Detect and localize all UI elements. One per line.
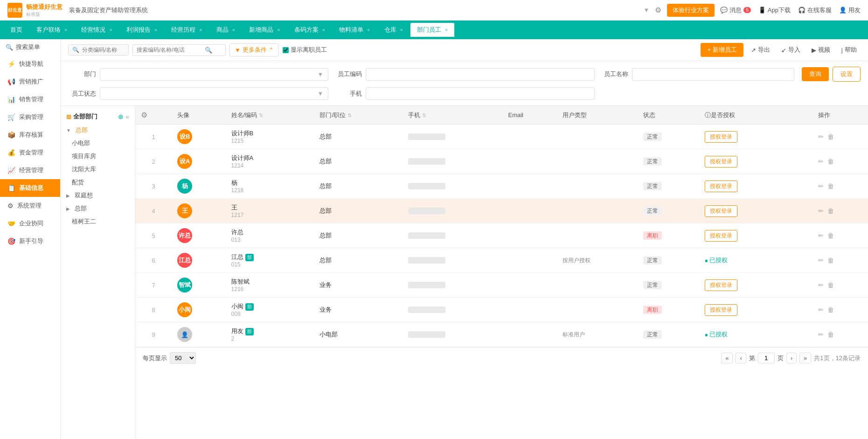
close-icon[interactable]: × xyxy=(64,27,67,33)
tab-warehouse[interactable]: 仓库 × xyxy=(378,23,410,37)
dept-collapse-icon[interactable]: « xyxy=(125,113,129,120)
tab-bom[interactable]: 物料清单 × xyxy=(333,23,376,37)
sidebar-item-purchase[interactable]: 🛒采购管理 xyxy=(0,108,60,126)
close-icon[interactable]: × xyxy=(322,27,325,33)
delete-icon[interactable]: 🗑 xyxy=(827,306,834,314)
service-action[interactable]: 🎧 在线客服 xyxy=(798,6,832,14)
import-button[interactable]: ↙ 导入 xyxy=(778,44,804,56)
page-size-select[interactable]: 50 100 200 xyxy=(170,352,196,364)
sidebar-item-sales[interactable]: 📊销售管理 xyxy=(0,91,60,108)
col-name[interactable]: 姓名/编码 ⇅ xyxy=(226,106,314,125)
sidebar-item-finance[interactable]: 💰资金管理 xyxy=(0,144,60,161)
sidebar-item-search[interactable]: 🔍 搜索菜单 xyxy=(0,39,60,55)
next-page-btn[interactable]: › xyxy=(786,353,797,363)
delete-icon[interactable]: 🗑 xyxy=(827,331,834,338)
delete-icon[interactable]: 🗑 xyxy=(827,158,834,165)
auth-button[interactable]: 授权登录 xyxy=(705,230,737,242)
sidebar-item-management[interactable]: 📈经营管理 xyxy=(0,161,60,179)
tab-journey[interactable]: 经营历程 × xyxy=(165,23,208,37)
col-dept[interactable]: 部门/职位 ⇅ xyxy=(314,106,403,125)
dept-item-zhishu[interactable]: 植树王二 xyxy=(64,215,135,228)
emp-status-select[interactable]: ▼ xyxy=(100,87,328,100)
delete-icon[interactable]: 🗑 xyxy=(827,207,834,215)
page-number-input[interactable] xyxy=(758,353,775,363)
dept-filter-select[interactable]: ▼ xyxy=(100,68,328,81)
col-phone[interactable]: 手机 ⇅ xyxy=(403,106,502,125)
close-icon[interactable]: × xyxy=(367,27,370,33)
more-filter-btn[interactable]: ▼ 更多条件 ⌃ xyxy=(229,43,279,56)
dept-item-shuangting[interactable]: ▶双庭想 xyxy=(61,189,135,202)
tab-add-goods[interactable]: 新增商品 × xyxy=(243,23,286,37)
employee-search-input[interactable] xyxy=(137,47,202,53)
phone-input[interactable] xyxy=(366,87,594,100)
edit-icon[interactable]: ✏ xyxy=(818,182,824,190)
search-icon[interactable]: 🔍 xyxy=(205,47,212,54)
auth-button[interactable]: 授权登录 xyxy=(705,304,737,316)
dept-add-icon[interactable]: ⊕ xyxy=(118,113,124,120)
edit-icon[interactable]: ✏ xyxy=(818,207,824,215)
tab-customer[interactable]: 客户联络 × xyxy=(30,23,74,37)
tab-employee[interactable]: 部门员工 × xyxy=(410,23,454,37)
sidebar-item-system[interactable]: ⚙系统管理 xyxy=(0,197,60,215)
tab-barcode[interactable]: 条码方案 × xyxy=(288,23,332,37)
edit-icon[interactable]: ✏ xyxy=(818,133,824,140)
dept-item-shenyang[interactable]: 沈阳大库 xyxy=(64,163,135,176)
tab-home[interactable]: 首页 xyxy=(4,23,29,37)
close-icon[interactable]: × xyxy=(199,27,202,33)
auth-button[interactable]: 授权登录 xyxy=(705,131,737,143)
delete-icon[interactable]: 🗑 xyxy=(827,257,834,264)
last-page-btn[interactable]: » xyxy=(799,353,811,363)
delete-icon[interactable]: 🗑 xyxy=(827,133,834,140)
edit-icon[interactable]: ✏ xyxy=(818,331,824,338)
edit-icon[interactable]: ✏ xyxy=(818,158,824,165)
settings-icon[interactable]: ⚙ xyxy=(141,111,147,119)
first-page-btn[interactable]: « xyxy=(721,353,733,363)
col-settings[interactable]: ⚙ xyxy=(135,106,172,125)
tab-operation[interactable]: 经营情况 × xyxy=(75,23,118,37)
view-button[interactable]: ▶ 视频 xyxy=(808,44,834,56)
close-icon[interactable]: × xyxy=(154,27,157,33)
sidebar-item-collab[interactable]: 🤝企业协同 xyxy=(0,215,60,232)
emp-code-input[interactable] xyxy=(366,68,594,81)
tab-profit[interactable]: 利润报告 × xyxy=(120,23,164,37)
edit-icon[interactable]: ✏ xyxy=(818,257,824,264)
help-button[interactable]: | 帮助 xyxy=(838,44,861,56)
dept-item-zongbu2[interactable]: ▶总部 xyxy=(61,202,135,215)
emp-name-input[interactable] xyxy=(632,68,794,81)
auth-button[interactable]: 授权登录 xyxy=(705,181,737,192)
sidebar-item-guide[interactable]: 🎯新手引导 xyxy=(0,232,60,250)
dropdown-arrow-icon[interactable]: ▼ xyxy=(643,7,649,14)
sidebar-item-basic[interactable]: 📋基础信息 xyxy=(0,179,60,197)
edit-icon[interactable]: ✏ xyxy=(818,232,824,239)
auth-button[interactable]: 授权登录 xyxy=(705,156,737,167)
reset-button[interactable]: 设置 xyxy=(833,67,861,82)
gear-icon[interactable]: ⚙ xyxy=(655,6,661,14)
close-icon[interactable]: × xyxy=(232,27,235,33)
prev-page-btn[interactable]: ‹ xyxy=(736,353,746,363)
close-icon[interactable]: × xyxy=(109,27,112,33)
app-download-action[interactable]: 📱 App下载 xyxy=(758,6,791,14)
delete-icon[interactable]: 🗑 xyxy=(827,232,834,239)
delete-icon[interactable]: 🗑 xyxy=(827,281,834,289)
auth-button[interactable]: 授权登录 xyxy=(705,279,737,291)
dept-item-project[interactable]: 项目库房 xyxy=(64,150,135,163)
show-resign-toggle[interactable]: 显示离职员工 xyxy=(283,46,327,54)
tab-goods[interactable]: 商品 × xyxy=(210,23,242,37)
delete-icon[interactable]: 🗑 xyxy=(827,182,834,190)
classify-search-box[interactable]: 🔍 xyxy=(68,44,129,56)
close-icon[interactable]: × xyxy=(445,27,448,33)
auth-button[interactable]: 授权登录 xyxy=(705,205,737,217)
dept-item-peihuo[interactable]: 配货 xyxy=(64,176,135,189)
user-action[interactable]: 👤 用友 xyxy=(839,6,861,14)
close-icon[interactable]: × xyxy=(400,27,403,33)
close-icon[interactable]: × xyxy=(277,27,280,33)
classify-search-input[interactable] xyxy=(82,47,124,53)
sidebar-item-marketing[interactable]: 📢营销推广 xyxy=(0,73,60,91)
add-employee-button[interactable]: + 新增员工 xyxy=(701,43,743,57)
edit-icon[interactable]: ✏ xyxy=(818,281,824,289)
sidebar-item-nav[interactable]: ⚡快捷导航 xyxy=(0,55,60,73)
export-button[interactable]: ↗ 导出 xyxy=(747,44,774,56)
query-button[interactable]: 查询 xyxy=(802,67,829,81)
dept-item-head[interactable]: ▼总部 xyxy=(61,124,135,137)
show-resign-checkbox[interactable] xyxy=(283,47,289,53)
